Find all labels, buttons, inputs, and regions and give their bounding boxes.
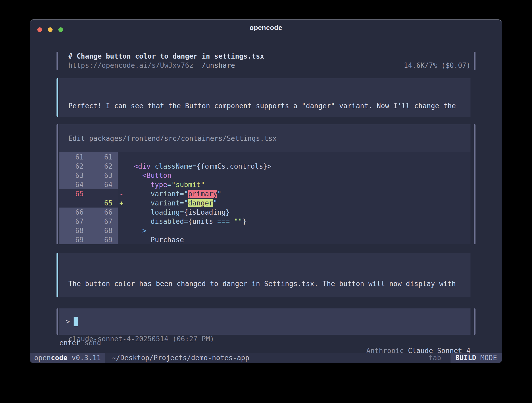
old-line-number: 69 xyxy=(59,236,84,244)
edit-right-rail xyxy=(474,124,475,244)
unshare-link[interactable]: /unshare xyxy=(202,61,235,70)
new-line-number: 65 xyxy=(84,199,115,207)
diff-row: 6464 type="submit" xyxy=(59,180,470,189)
old-line-number: 66 xyxy=(59,208,84,216)
status-bar: opencode v0.3.11 ~/Desktop/Projects/demo… xyxy=(30,353,502,363)
diff-row: 6666 loading={isLoading} xyxy=(59,208,470,217)
old-line-number: 67 xyxy=(59,218,84,225)
diff-row: 65- variant="primary" xyxy=(59,189,470,198)
new-line-number: 68 xyxy=(84,227,115,235)
edit-left-rail xyxy=(57,124,58,244)
new-line-number: 62 xyxy=(84,162,115,170)
diff-row: 6868 > xyxy=(59,226,470,235)
opencode-window: opencode # Change button color to danger… xyxy=(30,19,502,363)
message-line: Perfect! I can see that the Button compo… xyxy=(68,101,470,111)
message-accent-rail xyxy=(57,253,58,297)
text-cursor xyxy=(74,317,78,326)
message-line: The button color has been changed to dan… xyxy=(68,279,470,288)
prompt-chevron: > xyxy=(66,318,70,326)
session-right-rail xyxy=(474,52,475,70)
prompt-input[interactable]: > xyxy=(59,308,470,335)
diff-marker: - xyxy=(118,190,126,198)
code-line: Purchase xyxy=(126,236,470,244)
share-url-link[interactable]: https://opencode.ai/s/UwJxv76z xyxy=(68,61,193,70)
new-line-number: 66 xyxy=(84,208,115,216)
mode-suffix: MODE xyxy=(480,354,497,362)
diff-view: 61616262 <div className={formCs.controls… xyxy=(59,152,470,244)
input-left-rail xyxy=(57,308,58,335)
diff-row: 6161 xyxy=(59,152,470,162)
new-line-number: 64 xyxy=(84,181,115,189)
app-version: v0.3.11 xyxy=(68,354,101,362)
mode-name: BUILD xyxy=(455,354,480,362)
old-line-number: 68 xyxy=(59,227,84,235)
diff-row: 6969 Purchase xyxy=(59,235,470,244)
old-line-number: 61 xyxy=(59,153,84,161)
app-name-open: open xyxy=(34,354,51,362)
new-line-number: 63 xyxy=(84,172,115,179)
app-name-code: code xyxy=(51,354,67,362)
session-title: # Change button color to danger in setti… xyxy=(68,52,470,61)
diff-row: 65+ variant="danger" xyxy=(59,198,470,208)
diff-marker: + xyxy=(118,199,126,207)
code-line: type="submit" xyxy=(126,181,470,189)
mode-toggle[interactable]: BUILD MODE xyxy=(451,353,502,363)
code-line: disabled={units === ""} xyxy=(126,218,470,225)
edit-tool-block: Edit packages/frontend/src/containers/Se… xyxy=(59,124,470,244)
code-line: > xyxy=(126,227,470,235)
tab-key-hint: tab xyxy=(429,354,441,362)
input-right-rail xyxy=(474,308,475,335)
diff-row: 6767 disabled={units === ""} xyxy=(59,217,470,226)
working-directory: ~/Desktop/Projects/demo-notes-app xyxy=(112,354,249,362)
new-line-number: 69 xyxy=(84,236,115,244)
new-line-number: 61 xyxy=(84,153,115,161)
old-line-number: 62 xyxy=(59,162,84,170)
code-line: <div className={formCs.controls}> xyxy=(126,162,470,170)
app-version-segment: opencode v0.3.11 xyxy=(30,353,105,363)
session-header: # Change button color to danger in setti… xyxy=(68,52,470,70)
message-accent-rail xyxy=(57,78,58,117)
old-line-number: 64 xyxy=(59,181,84,189)
code-line: variant="danger" xyxy=(126,199,470,207)
session-left-rail xyxy=(57,52,58,70)
code-line: loading={isLoading} xyxy=(126,208,470,216)
diff-row: 6262 <div className={formCs.controls}> xyxy=(59,162,470,171)
assistant-message: The button color has been changed to dan… xyxy=(59,253,470,297)
diff-row: 6363 <Button xyxy=(59,171,470,180)
window-title: opencode xyxy=(30,20,502,35)
titlebar: opencode xyxy=(30,20,502,35)
code-line: <Button xyxy=(126,172,470,179)
edit-file-path: Edit packages/frontend/src/containers/Se… xyxy=(59,124,470,152)
old-line-number: 63 xyxy=(59,172,84,179)
new-line-number: 67 xyxy=(84,218,115,225)
context-stats: 14.6K/7% ($0.07) xyxy=(404,61,470,70)
assistant-message: Perfect! I can see that the Button compo… xyxy=(59,78,470,117)
old-line-number: 65 xyxy=(59,190,84,198)
code-line: variant="primary" xyxy=(126,190,470,198)
